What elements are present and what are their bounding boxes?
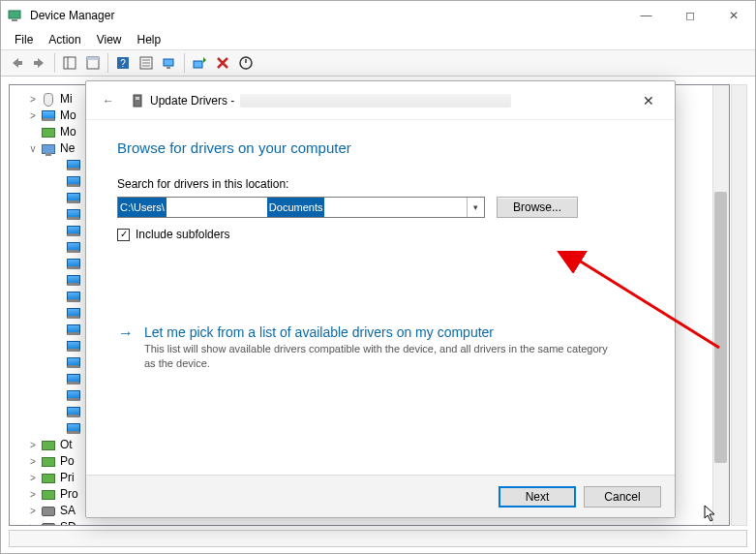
svg-rect-2: [64, 57, 76, 69]
tree-item-label: Mi: [60, 91, 73, 108]
twisty-icon[interactable]: >: [27, 470, 39, 486]
window-scrollbar[interactable]: [731, 84, 747, 526]
tree-item-label: SA: [60, 503, 76, 519]
help-icon[interactable]: ?: [111, 52, 135, 74]
browse-button[interactable]: Browse...: [497, 197, 578, 218]
path-segment-2: Documents: [267, 198, 325, 217]
svg-rect-13: [166, 67, 170, 69]
status-bar: [9, 530, 747, 547]
uninstall-icon[interactable]: [211, 52, 234, 74]
twisty-icon[interactable]: >: [27, 453, 39, 470]
monitor-icon: [66, 224, 81, 239]
dialog-back-button[interactable]: ←: [96, 88, 121, 113]
properties-frame-icon[interactable]: [81, 52, 105, 74]
monitor-icon: [66, 191, 81, 206]
monitor-icon: [66, 405, 81, 420]
card-icon: [41, 471, 56, 486]
card-icon: [41, 125, 56, 140]
svg-rect-5: [87, 57, 99, 60]
monitor-icon: [66, 306, 81, 322]
monitor-icon: [66, 174, 81, 190]
menu-action[interactable]: Action: [41, 31, 88, 48]
twisty-icon[interactable]: >: [27, 108, 39, 124]
app-icon: [7, 8, 22, 23]
body: >Mi>MoMovNe>Ot>Po>Pri>Pro>SA>SD ← Update…: [1, 77, 755, 553]
path-segment-1: C:\Users\: [118, 198, 166, 217]
monitor-icon: [66, 290, 81, 305]
menu-view[interactable]: View: [89, 31, 130, 48]
include-subfolders-label: Include subfolders: [136, 228, 229, 241]
svg-rect-17: [136, 97, 139, 100]
maximize-button[interactable]: ◻: [668, 2, 711, 29]
pick-title: Let me pick from a list of available dri…: [144, 324, 609, 340]
mouse-icon: [41, 92, 56, 108]
next-button[interactable]: Next: [499, 486, 576, 508]
card-icon: [41, 454, 56, 470]
pick-description: This list will show available drivers co…: [144, 342, 609, 371]
tree-item-label: Pro: [60, 486, 78, 503]
monitor-icon: [66, 240, 81, 256]
minimize-button[interactable]: —: [624, 2, 668, 29]
monitor-icon: [66, 355, 81, 371]
include-subfolders-checkbox[interactable]: ✓: [117, 229, 130, 241]
menu-file[interactable]: File: [7, 31, 41, 48]
dialog-footer: Next Cancel: [86, 475, 675, 517]
monitor-icon: [66, 372, 81, 387]
driver-icon: [131, 94, 144, 108]
cancel-button[interactable]: Cancel: [584, 486, 661, 508]
tree-scroll-thumb[interactable]: [714, 192, 727, 463]
dialog-close-button[interactable]: ✕: [632, 88, 665, 113]
toolbar: ?: [1, 49, 755, 77]
update-driver-icon[interactable]: [188, 52, 211, 74]
path-dropdown-icon[interactable]: ▾: [467, 198, 484, 217]
forward-icon[interactable]: [28, 52, 51, 74]
svg-rect-1: [12, 19, 17, 21]
tree-item-label: SD: [60, 519, 76, 526]
path-label: Search for drivers in this location:: [117, 177, 644, 191]
device-manager-window: Device Manager — ◻ ✕ File Action View He…: [0, 0, 756, 554]
tree-scrollbar[interactable]: [712, 85, 729, 525]
show-hide-tree-icon[interactable]: [58, 52, 81, 74]
twisty-icon[interactable]: >: [27, 437, 39, 453]
card-icon: [41, 487, 56, 503]
path-combobox[interactable]: C:\Users\ Documents ▾: [117, 197, 485, 218]
twisty-icon[interactable]: >: [27, 486, 39, 503]
card-icon: [41, 438, 56, 453]
svg-rect-12: [164, 59, 173, 66]
monitor-icon: [66, 158, 81, 173]
monitor-icon: [66, 323, 81, 338]
disk-icon: [41, 504, 56, 519]
svg-rect-0: [9, 11, 20, 18]
monitor-icon: [66, 257, 81, 272]
monitor-icon: [66, 421, 81, 437]
pick-from-list-link[interactable]: → Let me pick from a list of available d…: [117, 324, 644, 371]
tree-item-label: Ot: [60, 437, 73, 453]
twisty-icon[interactable]: >: [27, 503, 39, 519]
disable-icon[interactable]: [234, 52, 257, 74]
svg-rect-14: [194, 61, 202, 68]
update-drivers-dialog: ← Update Drivers - ✕ Browse for drivers …: [85, 80, 676, 518]
details-icon[interactable]: [135, 52, 158, 74]
monitor-icon: [66, 339, 81, 354]
close-button[interactable]: ✕: [711, 2, 755, 29]
tree-item-label: Po: [60, 453, 75, 470]
monitor-icon: [66, 273, 81, 289]
titlebar: Device Manager — ◻ ✕: [1, 1, 755, 30]
dialog-header: ← Update Drivers - ✕: [86, 81, 675, 120]
scan-hardware-icon[interactable]: [158, 52, 181, 74]
menu-help[interactable]: Help: [130, 31, 169, 48]
twisty-icon[interactable]: >: [27, 91, 39, 108]
menubar: File Action View Help: [1, 30, 755, 49]
tree-item-bottom-5[interactable]: >SD: [14, 519, 725, 526]
monitor-icon: [66, 207, 81, 223]
adapter-icon: [41, 141, 56, 157]
twisty-icon[interactable]: v: [27, 140, 39, 157]
tree-item-label: Pri: [60, 470, 75, 486]
monitor-icon: [66, 388, 81, 404]
twisty-icon[interactable]: >: [27, 519, 39, 526]
tree-item-label: Mo: [60, 124, 76, 140]
dialog-heading: Browse for drivers on your computer: [117, 139, 644, 156]
mouse-cursor: [704, 505, 717, 522]
back-icon[interactable]: [5, 52, 28, 74]
monitor-icon: [41, 108, 56, 124]
